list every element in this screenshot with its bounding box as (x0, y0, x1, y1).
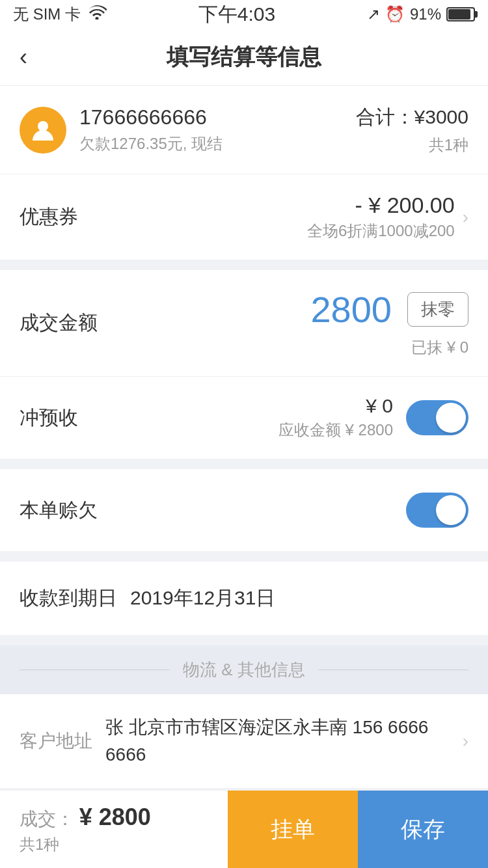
battery-percent: 91% (410, 5, 441, 23)
due-date-value: 2019年12月31日 (130, 585, 275, 612)
prepay-amount-wrapper: ¥ 0 应收金额 ¥ 2800 (278, 395, 393, 441)
status-left: 无 SIM 卡 (13, 4, 107, 25)
header: ‹ 填写结算等信息 (0, 29, 488, 86)
save-button[interactable]: 保存 (358, 791, 488, 869)
section-divider: 物流 & 其他信息 (0, 645, 488, 694)
bottom-summary-sub: 共1种 (20, 834, 208, 855)
round-button[interactable]: 抹零 (407, 292, 468, 327)
amount-label: 成交金额 (20, 310, 98, 336)
customer-phone: 17666666666 (79, 105, 223, 129)
customer-right: 合计：¥3000 共1种 (356, 104, 468, 156)
coupon-discount: - ¥ 200.00 (307, 193, 455, 218)
chevron-right-icon: › (463, 207, 468, 228)
credit-toggle-knob (436, 495, 466, 525)
amount-right: 2800 抹零 已抹 ¥ 0 (310, 288, 468, 358)
customer-left: 17666666666 欠款1276.35元, 现结 (20, 105, 223, 154)
customer-info: 17666666666 欠款1276.35元, 现结 (79, 105, 223, 154)
divider-line-left (20, 670, 170, 670)
avatar (20, 107, 66, 154)
address-label: 客户地址 (20, 729, 92, 753)
amount-value: 2800 (310, 288, 392, 331)
customer-row: 17666666666 欠款1276.35元, 现结 合计：¥3000 共1种 (0, 86, 488, 174)
status-time: 下午4:03 (198, 1, 275, 28)
prepay-toggle[interactable] (406, 400, 468, 435)
status-bar: 无 SIM 卡 下午4:03 ↗ ⏰ 91% (0, 0, 488, 29)
coupon-row[interactable]: 优惠券 - ¥ 200.00 全场6折满1000减200 › (0, 174, 488, 260)
prepay-row: 冲预收 ¥ 0 应收金额 ¥ 2800 (0, 376, 488, 459)
back-button[interactable]: ‹ (20, 44, 27, 71)
bottom-value: ¥ 2800 (79, 804, 151, 830)
status-right: ↗ ⏰ 91% (367, 5, 475, 23)
battery-icon (446, 7, 475, 21)
prepay-sub: 应收金额 ¥ 2800 (278, 420, 393, 441)
bottom-summary-main: 成交： ¥ 2800 (20, 804, 208, 832)
prepay-right: ¥ 0 应收金额 ¥ 2800 (278, 395, 468, 441)
customer-sub: 欠款1276.35元, 现结 (79, 133, 223, 154)
due-date-row: 收款到期日 2019年12月31日 (0, 562, 488, 635)
bottom-label: 成交： (20, 809, 74, 829)
svg-point-0 (38, 121, 48, 131)
address-row[interactable]: 客户地址 张 北京市市辖区海淀区永丰南 156 6666 6666 › (0, 694, 488, 788)
amount-row: 成交金额 2800 抹零 已抹 ¥ 0 (0, 270, 488, 376)
content: 17666666666 欠款1276.35元, 现结 合计：¥3000 共1种 … (0, 86, 488, 868)
coupon-desc: 全场6折满1000减200 (307, 221, 455, 241)
pending-button[interactable]: 挂单 (228, 791, 358, 869)
credit-row: 本单赊欠 (0, 469, 488, 551)
amount-section: 成交金额 2800 抹零 已抹 ¥ 0 冲预收 ¥ 0 应收金额 ¥ 2800 (0, 270, 488, 459)
coupon-label: 优惠券 (20, 204, 78, 230)
location-icon: ↗ (367, 5, 380, 23)
page-title: 填写结算等信息 (167, 42, 321, 72)
credit-label: 本单赊欠 (20, 497, 98, 524)
bottom-bar: 成交： ¥ 2800 共1种 挂单 保存 (0, 790, 488, 868)
divider-line-right (318, 670, 468, 670)
coupon-right-wrapper: - ¥ 200.00 全场6折满1000减200 (307, 193, 455, 241)
address-chevron-icon: › (463, 731, 468, 752)
total-amount: 合计：¥3000 (356, 104, 468, 131)
prepay-label: 冲预收 (20, 405, 78, 431)
customer-card: 17666666666 欠款1276.35元, 现结 合计：¥3000 共1种 … (0, 86, 488, 260)
sim-text: 无 SIM 卡 (13, 4, 81, 25)
amount-sub: 已抹 ¥ 0 (411, 337, 468, 358)
address-content: 张 北京市市辖区海淀区永丰南 156 6666 6666 (105, 714, 463, 768)
amount-value-wrapper: 2800 抹零 (310, 288, 468, 331)
credit-toggle[interactable] (406, 493, 468, 528)
coupon-right: - ¥ 200.00 全场6折满1000减200 › (307, 193, 468, 241)
bottom-summary: 成交： ¥ 2800 共1种 (0, 804, 228, 855)
section-divider-text: 物流 & 其他信息 (183, 658, 305, 681)
total-count: 共1种 (356, 135, 468, 156)
due-date-label: 收款到期日 (20, 585, 117, 612)
alarm-icon: ⏰ (385, 5, 405, 23)
toggle-knob (436, 403, 466, 433)
prepay-amount: ¥ 0 (278, 395, 393, 417)
wifi-icon (87, 5, 107, 23)
